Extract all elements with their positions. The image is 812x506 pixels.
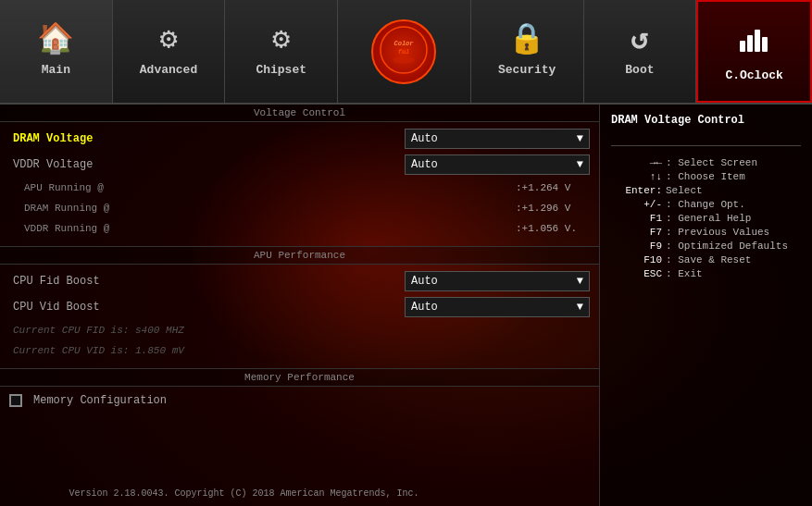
vddr-running-value: :+1.056 V.	[516, 223, 590, 234]
nav-logo: Color ful	[338, 0, 471, 103]
help-key-row: Enter:Select	[611, 185, 801, 196]
logo-circle: Color ful	[371, 19, 436, 84]
cpu-vid-current-row: Current CPU VID is: 1.850 mV	[9, 340, 590, 361]
dram-running-row: DRAM Running @ :+1.296 V	[9, 198, 590, 218]
vddr-running-row: VDDR Running @ :+1.056 V.	[9, 218, 590, 239]
nav-label-advanced: Advanced	[140, 63, 197, 77]
help-key-row: F10: Save & Reset	[611, 254, 801, 265]
nav-bar: 🏠 Main ⚙ Advanced ⚙ Chipset Color ful 🔒 …	[0, 0, 812, 105]
help-key-label: F1	[611, 213, 662, 224]
help-key-label: →←	[611, 157, 662, 168]
help-key-row: →←: Select Screen	[611, 157, 801, 168]
help-key-desc: : Choose Item	[666, 171, 745, 182]
help-keys: →←: Select Screen↑↓: Choose ItemEnter:Se…	[611, 157, 801, 279]
nav-label-boot: Boot	[625, 63, 654, 77]
apu-running-label: APU Running @	[9, 182, 516, 193]
nav-item-main[interactable]: 🏠 Main	[0, 0, 113, 103]
svg-rect-5	[747, 35, 753, 52]
cpu-fid-current-label: Current CPU FID is: s400 MHZ	[9, 325, 590, 336]
home-icon: 🏠	[37, 26, 74, 56]
svg-rect-6	[755, 30, 760, 52]
left-panel: Voltage Control DRAM Voltage Auto ▼ VDDR…	[0, 105, 599, 506]
vddr-voltage-label: VDDR Voltage	[9, 158, 405, 171]
settings-list: DRAM Voltage Auto ▼ VDDR Voltage Auto ▼ …	[0, 122, 599, 242]
help-key-row: F7: Previous Values	[611, 227, 801, 238]
help-key-desc: : Previous Values	[666, 227, 769, 238]
advanced-icon: ⚙	[159, 26, 177, 56]
apu-settings-list: CPU Fid Boost Auto ▼ CPU Vid Boost Auto …	[0, 265, 599, 364]
dram-running-value: :+1.296 V	[516, 203, 590, 214]
svg-text:ful: ful	[398, 48, 410, 56]
help-key-desc: : General Help	[666, 213, 751, 224]
svg-point-3	[393, 56, 415, 64]
help-key-row: ↑↓: Choose Item	[611, 171, 801, 182]
nav-item-chipset[interactable]: ⚙ Chipset	[225, 0, 338, 103]
cpu-fid-boost-label: CPU Fid Boost	[9, 275, 405, 288]
help-key-desc: : Save & Reset	[666, 254, 751, 265]
memory-config-row[interactable]: Memory Configuration	[9, 390, 590, 411]
cpu-fid-boost-row[interactable]: CPU Fid Boost Auto ▼	[9, 268, 590, 294]
help-key-row: F9: Optimized Defaults	[611, 241, 801, 252]
help-key-label: ESC	[611, 268, 662, 279]
cpu-vid-current-label: Current CPU VID is: 1.850 mV	[9, 345, 590, 356]
memory-settings-list: Memory Configuration	[0, 387, 599, 414]
cpu-vid-boost-row[interactable]: CPU Vid Boost Auto ▼	[9, 294, 590, 320]
memory-config-checkbox[interactable]	[9, 394, 22, 407]
help-divider	[611, 145, 801, 146]
coclock-icon	[738, 20, 771, 61]
cpu-vid-boost-label: CPU Vid Boost	[9, 301, 405, 314]
apu-running-row: APU Running @ :+1.264 V	[9, 178, 590, 198]
memory-performance-header: Memory Performance	[0, 368, 599, 387]
svg-rect-7	[762, 37, 768, 52]
help-key-label: +/-	[611, 199, 662, 210]
dram-running-label: DRAM Running @	[9, 203, 516, 214]
nav-label-chipset: Chipset	[256, 63, 306, 77]
nav-item-security[interactable]: 🔒 Security	[471, 0, 584, 103]
cpu-vid-boost-arrow: ▼	[577, 301, 583, 314]
cpu-fid-boost-arrow: ▼	[577, 275, 583, 288]
vddr-voltage-arrow: ▼	[577, 158, 583, 171]
apu-performance-header: APU Performance	[0, 246, 599, 265]
help-key-row: +/-: Change Opt.	[611, 199, 801, 210]
vddr-running-label: VDDR Running @	[9, 223, 516, 234]
vddr-voltage-row[interactable]: VDDR Voltage Auto ▼	[9, 152, 590, 178]
help-key-row: F1: General Help	[611, 213, 801, 224]
memory-config-label: Memory Configuration	[30, 394, 590, 407]
cpu-vid-boost-dropdown[interactable]: Auto ▼	[405, 297, 590, 317]
vddr-voltage-value: Auto	[411, 158, 438, 171]
cpu-fid-boost-dropdown[interactable]: Auto ▼	[405, 271, 590, 291]
info-title: DRAM Voltage Control	[611, 114, 801, 127]
nav-label-security: Security	[498, 63, 556, 77]
boot-icon: ↺	[631, 26, 648, 56]
right-panel: DRAM Voltage Control →←: Select Screen↑↓…	[599, 105, 812, 506]
content-area: Voltage Control DRAM Voltage Auto ▼ VDDR…	[0, 105, 812, 506]
nav-item-advanced[interactable]: ⚙ Advanced	[113, 0, 226, 103]
dram-voltage-label: DRAM Voltage	[9, 132, 405, 145]
svg-text:Color: Color	[394, 40, 414, 47]
version-text: Version 2.18.0043. Copyright (C) 2018 Am…	[69, 488, 418, 499]
help-key-label: F9	[611, 241, 662, 252]
help-key-desc: : Change Opt.	[666, 199, 745, 210]
security-icon: 🔒	[508, 26, 545, 56]
help-key-desc: Select	[666, 185, 703, 196]
dram-voltage-dropdown[interactable]: Auto ▼	[405, 129, 590, 149]
version-footer: Version 2.18.0043. Copyright (C) 2018 Am…	[0, 488, 488, 499]
nav-label-coclock: C.Oclock	[725, 68, 782, 82]
help-key-label: F10	[611, 254, 662, 265]
dram-voltage-arrow: ▼	[577, 132, 583, 145]
apu-running-value: :+1.264 V	[516, 182, 590, 193]
nav-item-coclock[interactable]: C.Oclock	[696, 0, 812, 103]
help-key-label: Enter:	[611, 185, 662, 196]
help-key-label: ↑↓	[611, 171, 662, 182]
nav-item-boot[interactable]: ↺ Boot	[584, 0, 697, 103]
cpu-fid-current-row: Current CPU FID is: s400 MHZ	[9, 320, 590, 340]
help-key-desc: : Optimized Defaults	[666, 241, 788, 252]
help-key-desc: : Select Screen	[666, 157, 757, 168]
dram-voltage-value: Auto	[411, 132, 438, 145]
help-key-label: F7	[611, 227, 662, 238]
svg-rect-4	[740, 41, 745, 52]
dram-voltage-row[interactable]: DRAM Voltage Auto ▼	[9, 126, 590, 152]
vddr-voltage-dropdown[interactable]: Auto ▼	[405, 154, 590, 175]
cpu-fid-boost-value: Auto	[411, 275, 438, 288]
help-key-row: ESC: Exit	[611, 268, 801, 279]
